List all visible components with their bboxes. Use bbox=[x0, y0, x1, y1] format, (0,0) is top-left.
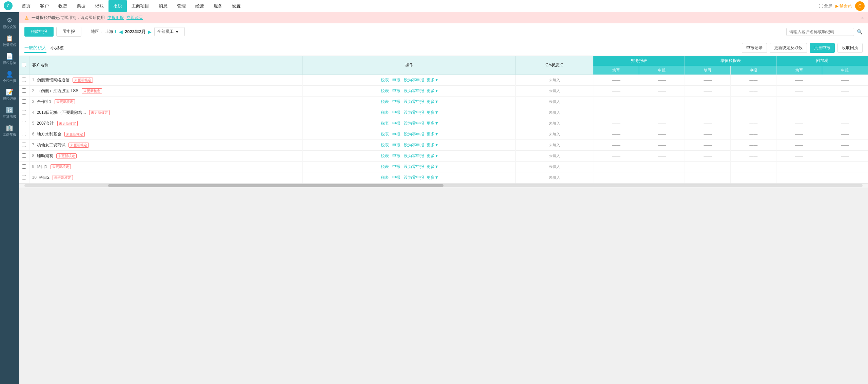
op-tax-table[interactable]: 税表 bbox=[381, 175, 389, 180]
op-declare[interactable]: 申报 bbox=[392, 175, 400, 180]
op-zero-declare[interactable]: 设为零申报 bbox=[404, 88, 424, 94]
nav-settings[interactable]: 设置 bbox=[227, 0, 245, 12]
op-more[interactable]: 更多▼ bbox=[427, 164, 439, 170]
fullscreen-icon: ⛶ bbox=[819, 4, 823, 8]
row-ca-status: 未填入 bbox=[516, 86, 593, 97]
staff-select[interactable]: 全部员工 ▼ bbox=[154, 27, 185, 36]
alert-close-button[interactable]: × bbox=[861, 15, 864, 21]
row-name: 勿删新锐网络通信 bbox=[37, 78, 70, 82]
member-button[interactable]: ▶ 畅会员 bbox=[835, 3, 852, 9]
op-zero-declare[interactable]: 设为零申报 bbox=[404, 175, 424, 180]
row-checkbox-7[interactable] bbox=[22, 153, 26, 158]
op-zero-declare[interactable]: 设为零申报 bbox=[404, 110, 424, 115]
op-zero-declare[interactable]: 设为零申报 bbox=[404, 77, 424, 83]
op-more[interactable]: 更多▼ bbox=[427, 99, 439, 105]
declare-record-button[interactable]: 申报记录 bbox=[742, 43, 767, 53]
op-declare[interactable]: 申报 bbox=[392, 131, 400, 137]
sidebar-item-annual-report[interactable]: 🏢 工商年报 bbox=[0, 122, 19, 140]
op-declare[interactable]: 申报 bbox=[392, 110, 400, 115]
alert-link-buy[interactable]: 立即购买 bbox=[126, 15, 143, 21]
op-more[interactable]: 更多▼ bbox=[427, 142, 439, 148]
op-more[interactable]: 更多▼ bbox=[427, 88, 439, 94]
nav-manage[interactable]: 管理 bbox=[172, 0, 191, 12]
op-zero-declare[interactable]: 设为零申报 bbox=[404, 153, 424, 159]
alert-link-report[interactable]: 申报汇报 bbox=[107, 15, 124, 21]
op-declare[interactable]: 申报 bbox=[392, 77, 400, 83]
search-input[interactable] bbox=[786, 28, 854, 36]
op-tax-table[interactable]: 税表 bbox=[381, 88, 389, 94]
sidebar-item-personal-tax[interactable]: 👤 个税申报 bbox=[0, 68, 19, 86]
nav-message[interactable]: 消息 bbox=[154, 0, 172, 12]
op-zero-declare[interactable]: 设为零申报 bbox=[404, 131, 424, 137]
op-tax-table[interactable]: 税表 bbox=[381, 110, 389, 115]
horizontal-scrollbar[interactable] bbox=[19, 183, 868, 188]
row-declare-declare: —— bbox=[731, 86, 776, 97]
nav-bookkeeping[interactable]: 记账 bbox=[90, 0, 108, 12]
th-operation: 操作 bbox=[303, 56, 516, 75]
nav-home[interactable]: 首页 bbox=[17, 0, 35, 12]
op-more[interactable]: 更多▼ bbox=[427, 121, 439, 126]
op-more[interactable]: 更多▼ bbox=[427, 153, 439, 159]
tab-zero-declare[interactable]: 零申报 bbox=[56, 27, 81, 37]
row-checkbox-3[interactable] bbox=[22, 110, 26, 114]
row-declare-declare: —— bbox=[731, 118, 776, 129]
op-declare[interactable]: 申报 bbox=[392, 164, 400, 170]
sidebar-item-annual-settlement[interactable]: 🔢 汇算清缴 bbox=[0, 104, 19, 122]
op-declare[interactable]: 申报 bbox=[392, 153, 400, 159]
row-checkbox-0[interactable] bbox=[22, 78, 26, 82]
row-checkbox-2[interactable] bbox=[22, 99, 26, 104]
op-zero-declare[interactable]: 设为零申报 bbox=[404, 164, 424, 170]
tab-general-taxpayer[interactable]: 一般的税人 bbox=[24, 43, 46, 53]
nav-tax[interactable]: 报税 bbox=[108, 0, 127, 12]
row-vat-fill: —— bbox=[776, 151, 822, 162]
sidebar-item-tax-settings[interactable]: ⚙ 报税设置 bbox=[0, 14, 19, 32]
op-declare[interactable]: 申报 bbox=[392, 99, 400, 105]
fullscreen-button[interactable]: ⛶ 全屏 bbox=[819, 3, 832, 9]
op-tax-table[interactable]: 税表 bbox=[381, 121, 389, 126]
op-tax-table[interactable]: 税表 bbox=[381, 153, 389, 159]
search-button[interactable]: 🔍 bbox=[857, 29, 863, 35]
op-zero-declare[interactable]: 设为零申报 bbox=[404, 121, 424, 126]
op-more[interactable]: 更多▼ bbox=[427, 110, 439, 115]
op-tax-table[interactable]: 税表 bbox=[381, 131, 389, 137]
tab-small-scale[interactable]: 小规模 bbox=[51, 44, 64, 52]
row-checkbox-9[interactable] bbox=[22, 175, 26, 179]
op-declare[interactable]: 申报 bbox=[392, 121, 400, 126]
row-checkbox-5[interactable] bbox=[22, 132, 26, 136]
tax-overview-icon: 📄 bbox=[6, 52, 13, 60]
row-checkbox-1[interactable] bbox=[22, 88, 26, 93]
nav-service[interactable]: 服务 bbox=[209, 0, 227, 12]
sidebar-item-tax-overview[interactable]: 📄 报税总览 bbox=[0, 50, 19, 68]
op-zero-declare[interactable]: 设为零申报 bbox=[404, 99, 424, 105]
op-more[interactable]: 更多▼ bbox=[427, 175, 439, 180]
nav-customer[interactable]: 客户 bbox=[35, 0, 54, 12]
tab-tax-declare[interactable]: 税款申报 bbox=[24, 27, 54, 37]
op-tax-table[interactable]: 税表 bbox=[381, 99, 389, 105]
op-declare[interactable]: 申报 bbox=[392, 142, 400, 148]
op-tax-table[interactable]: 税表 bbox=[381, 142, 389, 148]
date-prev-button[interactable]: ◀ bbox=[119, 29, 123, 35]
op-declare[interactable]: 申报 bbox=[392, 88, 400, 94]
nav-operation[interactable]: 经营 bbox=[191, 0, 209, 12]
batch-declare-button[interactable]: 批量申报 bbox=[810, 43, 835, 53]
nav-business[interactable]: 工商项目 bbox=[127, 0, 154, 12]
op-tax-table[interactable]: 税表 bbox=[381, 77, 389, 83]
sidebar-item-batch-tax[interactable]: 📋 批量报税 bbox=[0, 32, 19, 50]
row-name: 合作社1 bbox=[37, 99, 52, 104]
date-next-button[interactable]: ▶ bbox=[148, 29, 152, 35]
op-more[interactable]: 更多▼ bbox=[427, 131, 439, 137]
op-tax-table[interactable]: 税表 bbox=[381, 164, 389, 170]
row-checkbox-8[interactable] bbox=[22, 164, 26, 169]
nav-billing[interactable]: 收费 bbox=[54, 0, 72, 12]
avatar[interactable]: C bbox=[855, 1, 865, 11]
op-zero-declare[interactable]: 设为零申报 bbox=[404, 142, 424, 148]
sidebar-item-tax-record[interactable]: 📝 报税记录 bbox=[0, 86, 19, 104]
row-checkbox-6[interactable] bbox=[22, 143, 26, 147]
nav-invoice[interactable]: 票据 bbox=[72, 0, 90, 12]
update-fetch-button[interactable]: 更新统定及取数 bbox=[770, 43, 807, 53]
fetch-back-button[interactable]: 收取回执 bbox=[837, 43, 863, 53]
row-checkbox-4[interactable] bbox=[22, 121, 26, 125]
select-all-checkbox[interactable] bbox=[22, 63, 26, 67]
info-icon[interactable]: ℹ bbox=[115, 29, 116, 34]
op-more[interactable]: 更多▼ bbox=[427, 77, 439, 83]
